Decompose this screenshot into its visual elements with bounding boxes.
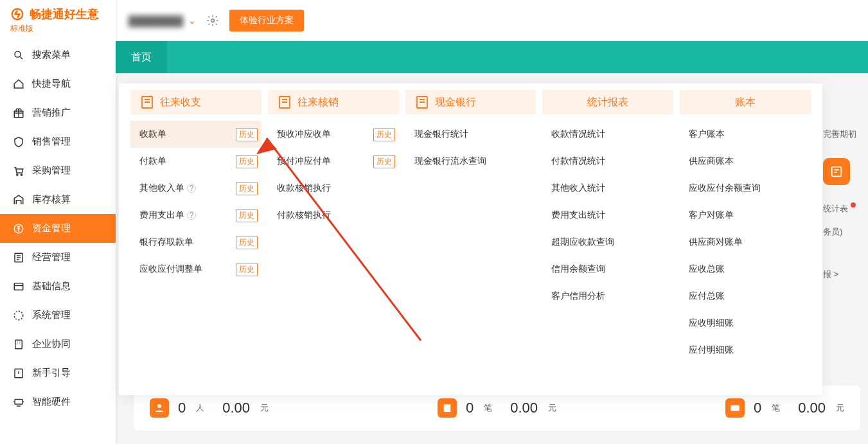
menu-item-label: 应付总账 bbox=[689, 290, 725, 302]
menu-item-1-0[interactable]: 预收冲应收单历史 bbox=[268, 121, 399, 148]
menu-item-0-5[interactable]: 应收应付调整单历史 bbox=[130, 256, 261, 283]
menu-item-2-0[interactable]: 现金银行统计 bbox=[405, 121, 536, 148]
history-button[interactable]: 历史 bbox=[373, 155, 395, 168]
menu-item-0-4[interactable]: 银行存取款单历史 bbox=[130, 229, 261, 256]
history-button[interactable]: 历史 bbox=[373, 128, 395, 141]
cart-icon bbox=[13, 165, 24, 177]
svg-rect-7 bbox=[14, 283, 23, 290]
menu-item-1-2[interactable]: 收款核销执行 bbox=[268, 175, 399, 202]
history-button[interactable]: 历史 bbox=[236, 263, 258, 276]
sidebar-item-label: 营销推广 bbox=[32, 107, 71, 119]
svg-point-8 bbox=[14, 311, 23, 320]
menu-item-4-0[interactable]: 客户账本 bbox=[680, 121, 811, 148]
menu-item-3-6[interactable]: 客户信用分析 bbox=[542, 283, 673, 310]
sidebar-item-5[interactable]: 库存核算 bbox=[0, 185, 116, 214]
right-hint-1: 完善期初 bbox=[823, 129, 856, 140]
help-icon[interactable]: ? bbox=[187, 211, 196, 220]
sidebar-item-label: 经营管理 bbox=[32, 251, 71, 263]
menu-item-label: 收款情况统计 bbox=[551, 129, 605, 140]
topbar: ████████ ⌄ 体验行业方案 bbox=[116, 0, 868, 41]
mega-section-3: 统计报表收款情况统计付款情况统计其他收入统计费用支出统计超期应收款查询信用余额查… bbox=[542, 90, 673, 389]
section-icon bbox=[139, 94, 155, 110]
menu-item-3-1[interactable]: 付款情况统计 bbox=[542, 148, 673, 175]
menu-item-4-1[interactable]: 供应商账本 bbox=[680, 148, 811, 175]
sidebar-item-7[interactable]: 经营管理 bbox=[0, 243, 116, 272]
menu-item-label: 供应商对账单 bbox=[689, 236, 743, 248]
menu-item-label: 费用支出统计 bbox=[551, 209, 605, 221]
menu-item-3-4[interactable]: 超期应收款查询 bbox=[542, 229, 673, 256]
menu-item-3-2[interactable]: 其他收入统计 bbox=[542, 175, 673, 202]
sidebar-item-1[interactable]: 快捷导航 bbox=[0, 69, 116, 98]
history-button[interactable]: 历史 bbox=[236, 236, 258, 249]
menu-item-label: 预收冲应收单 bbox=[277, 129, 331, 140]
menu-item-1-3[interactable]: 付款核销执行 bbox=[268, 202, 399, 229]
menu-item-3-0[interactable]: 收款情况统计 bbox=[542, 121, 673, 148]
help-icon[interactable]: ? bbox=[187, 184, 196, 193]
tab-home[interactable]: 首页 bbox=[116, 41, 167, 73]
sidebar-item-label: 企业协同 bbox=[32, 338, 71, 350]
sidebar-item-4[interactable]: 采购管理 bbox=[0, 156, 116, 185]
stat-icon-people bbox=[150, 398, 169, 418]
stat-icon-bill bbox=[438, 398, 457, 418]
menu-item-label: 客户对账单 bbox=[689, 209, 734, 221]
sidebar-item-9[interactable]: 系统管理 bbox=[0, 301, 116, 330]
menu-item-0-0[interactable]: 收款单历史 bbox=[130, 121, 261, 148]
menu-item-label: 供应商账本 bbox=[689, 155, 734, 167]
sidebar-item-12[interactable]: 智能硬件 bbox=[0, 387, 116, 416]
menu-item-4-8[interactable]: 应付明细账 bbox=[680, 337, 811, 364]
menu-item-4-5[interactable]: 应收总账 bbox=[680, 256, 811, 283]
logo-icon bbox=[10, 7, 24, 21]
menu-item-3-3[interactable]: 费用支出统计 bbox=[542, 202, 673, 229]
sidebar-item-2[interactable]: 营销推广 bbox=[0, 98, 116, 127]
menu-item-4-4[interactable]: 供应商对账单 bbox=[680, 229, 811, 256]
money-icon bbox=[13, 223, 24, 235]
section-icon bbox=[277, 94, 292, 110]
company-selector[interactable]: ████████ ⌄ bbox=[128, 15, 196, 26]
svg-rect-9 bbox=[15, 340, 22, 349]
menu-item-0-2[interactable]: 其他收入单?历史 bbox=[130, 175, 261, 202]
menu-item-4-6[interactable]: 应付总账 bbox=[680, 283, 811, 310]
history-button[interactable]: 历史 bbox=[236, 182, 258, 195]
menu-item-label: 客户账本 bbox=[689, 129, 725, 140]
sidebar-item-label: 采购管理 bbox=[32, 164, 71, 177]
menu-item-label: 应收明细账 bbox=[689, 317, 734, 329]
stat-1: 0人 0.00元 bbox=[150, 398, 269, 418]
sidebar-item-10[interactable]: 企业协同 bbox=[0, 330, 116, 359]
sidebar-item-0[interactable]: 搜索菜单 bbox=[0, 40, 116, 69]
mega-section-2: 现金银行现金银行统计现金银行流水查询 bbox=[405, 90, 536, 389]
floating-badge-icon[interactable] bbox=[823, 158, 850, 185]
menu-item-3-5[interactable]: 信用余额查询 bbox=[542, 256, 673, 283]
svg-point-12 bbox=[211, 19, 215, 22]
menu-item-1-1[interactable]: 预付冲应付单历史 bbox=[268, 148, 399, 175]
sidebar-item-6[interactable]: 资金管理 bbox=[0, 214, 116, 243]
section-header: 账本 bbox=[680, 90, 811, 114]
menu-item-4-2[interactable]: 应收应付余额查询 bbox=[680, 175, 811, 202]
warehouse-icon bbox=[13, 194, 24, 206]
menu-item-2-1[interactable]: 现金银行流水查询 bbox=[405, 148, 536, 175]
menu-item-4-3[interactable]: 客户对账单 bbox=[680, 202, 811, 229]
mega-section-4: 账本客户账本供应商账本应收应付余额查询客户对账单供应商对账单应收总账应付总账应收… bbox=[680, 90, 811, 389]
system-icon bbox=[13, 310, 24, 321]
industry-plan-button[interactable]: 体验行业方案 bbox=[229, 10, 304, 31]
sidebar-item-label: 系统管理 bbox=[32, 309, 71, 321]
right-hint-2[interactable]: 报 > bbox=[823, 269, 838, 280]
menu-item-4-7[interactable]: 应收明细账 bbox=[680, 310, 811, 337]
menu-item-label: 银行存取款单 bbox=[139, 236, 193, 248]
history-button[interactable]: 历史 bbox=[236, 209, 258, 222]
hardware-icon bbox=[13, 396, 24, 408]
company-name: ████████ bbox=[128, 15, 183, 26]
sidebar-item-3[interactable]: 销售管理 bbox=[0, 127, 116, 156]
brand-edition: 标准版 bbox=[0, 23, 116, 40]
sidebar-item-11[interactable]: 新手引导 bbox=[0, 359, 116, 387]
gear-icon[interactable] bbox=[206, 14, 219, 27]
svg-rect-19 bbox=[731, 405, 740, 411]
enterprise-icon bbox=[13, 339, 24, 350]
stat-icon-card bbox=[725, 398, 745, 418]
history-button[interactable]: 历史 bbox=[236, 155, 258, 168]
menu-item-0-3[interactable]: 费用支出单?历史 bbox=[130, 202, 261, 229]
menu-item-label: 客户信用分析 bbox=[551, 290, 605, 302]
sidebar-item-8[interactable]: 基础信息 bbox=[0, 272, 116, 301]
history-button[interactable]: 历史 bbox=[236, 128, 258, 141]
menu-item-label: 超期应收款查询 bbox=[551, 236, 614, 248]
menu-item-0-1[interactable]: 付款单历史 bbox=[130, 148, 261, 175]
